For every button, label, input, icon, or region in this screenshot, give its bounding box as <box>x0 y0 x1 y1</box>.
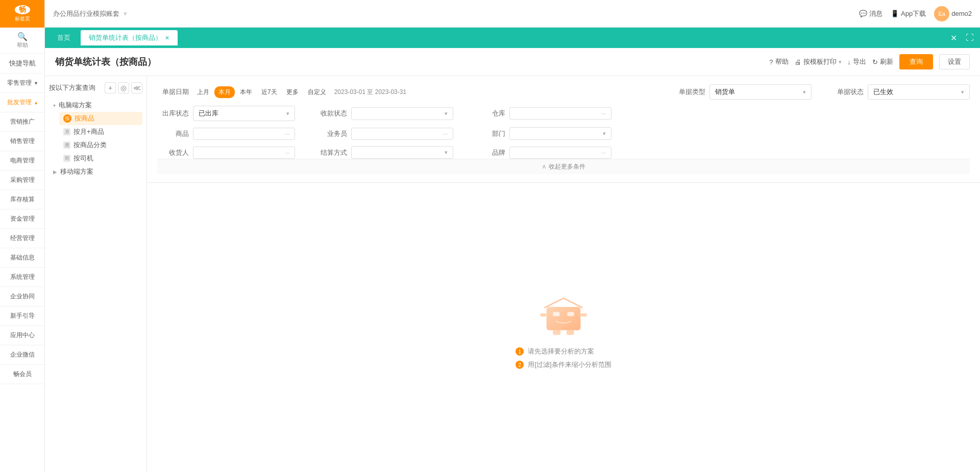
chevron-down-icon: ▾ <box>35 80 37 86</box>
tab-bar: 首页 销货单统计表（按商品） ✕ ✕ ⛶ <box>45 28 980 48</box>
user-profile-btn[interactable]: Ea demo2 <box>934 6 972 21</box>
bill-type-value: 销货单 <box>715 87 735 97</box>
tree-category-label: 按商品分类 <box>74 140 107 150</box>
page-title: 销货单统计表（按商品） <box>55 56 156 74</box>
help-btn[interactable]: ? 帮助 <box>769 57 788 66</box>
query-button[interactable]: 查询 <box>899 54 933 69</box>
tree-mobile-section[interactable]: ▶ 移动端方案 <box>49 165 142 178</box>
bill-status-select[interactable]: 已生效 ▾ <box>868 84 970 100</box>
refresh-icon: ↻ <box>872 58 878 66</box>
tab-close-all-btn[interactable]: ✕ <box>947 32 960 44</box>
sidebar-basic-label: 基础信息 <box>10 254 35 261</box>
date-tab-custom[interactable]: 自定义 <box>304 86 330 98</box>
sidebar-inventory[interactable]: 库存核算 <box>0 190 44 209</box>
sidebar-member-label: 畅会员 <box>13 370 32 377</box>
date-tab-this-month[interactable]: 本月 <box>214 86 235 98</box>
svg-rect-2 <box>568 312 574 316</box>
receiver-input[interactable]: ··· <box>193 147 295 159</box>
sidebar-wholesale[interactable]: 批发管理 ▴ <box>0 93 44 112</box>
brand-label: 品牌 <box>474 148 509 157</box>
tab-maximize-btn[interactable]: ⛶ <box>964 32 976 44</box>
add-scheme-btn[interactable]: + <box>105 82 116 93</box>
chevron-up-icon: ▴ <box>35 100 37 105</box>
tree-pc-label: 电脑端方案 <box>59 101 92 110</box>
left-panel-title: 按以下方案查询 <box>49 83 95 92</box>
settle-select[interactable]: ▾ <box>351 146 453 159</box>
sidebar-purchase-label: 采购管理 <box>10 176 35 183</box>
warehouse-input[interactable]: ··· <box>509 107 611 120</box>
sidebar-member[interactable]: 畅会员 <box>0 365 44 384</box>
tree-item-by-goods[interactable]: 按 按商品 <box>59 112 142 125</box>
collapse-bar[interactable]: ∧ 收起更多条件 <box>157 159 970 174</box>
bill-type-select[interactable]: 销货单 ▾ <box>709 84 812 100</box>
sidebar-purchase[interactable]: 采购管理 <box>0 171 44 190</box>
empty-tip-2: 2 用[过滤]条件来缩小分析范围 <box>516 360 611 369</box>
collapse-label: ∧ 收起更多条件 <box>542 163 585 170</box>
sidebar-system-label: 系统管理 <box>10 273 35 280</box>
brand-input[interactable]: ··· <box>509 147 611 159</box>
sidebar-basic[interactable]: 基础信息 <box>0 248 44 268</box>
print-template-btn[interactable]: 🖨 按模板打印 ▾ <box>795 57 842 66</box>
message-btn[interactable]: 💬 消息 <box>859 9 883 18</box>
date-label: 单据日期 <box>157 87 193 97</box>
tree-item-by-month-goods[interactable]: 月 按月+商品 <box>59 125 142 138</box>
sidebar-apps[interactable]: 应用中心 <box>0 326 44 345</box>
warehouse-label: 仓库 <box>474 109 509 118</box>
svg-rect-0 <box>547 307 581 331</box>
sidebar-operation[interactable]: 经营管理 <box>0 229 44 248</box>
goods-filter-row: 商品 ··· 业务员 ··· 部门 <box>157 127 970 140</box>
staff-input[interactable]: ··· <box>351 128 453 140</box>
edit-scheme-btn[interactable]: ◎ <box>118 82 129 93</box>
tree-item-by-driver[interactable]: 司 按司机 <box>59 152 142 165</box>
avatar-label: Ea <box>939 11 945 17</box>
top-header-left: 办公用品行业模拟账套 ▾ <box>53 9 127 18</box>
svg-rect-6 <box>567 330 574 335</box>
date-tab-this-year[interactable]: 本年 <box>236 86 256 98</box>
status-filter-row: 出库状态 已出库 ▾ 收款状态 ▾ 仓库 <box>157 106 970 121</box>
page-header: 销货单统计表（按商品） ? 帮助 🖨 按模板打印 ▾ ↓ 导出 ↻ 刷新 <box>45 48 980 76</box>
tab-home[interactable]: 首页 <box>49 30 79 45</box>
date-tab-7-days[interactable]: 近7天 <box>257 86 281 98</box>
app-download-btn[interactable]: 📱 App下载 <box>891 9 926 18</box>
sidebar-cooperation[interactable]: 企业协同 <box>0 287 44 306</box>
receiver-filter-row: 收货人 ··· 结算方式 ▾ 品牌 <box>157 146 970 159</box>
logo-text: 标签页 <box>15 15 30 22</box>
sidebar-quick-nav[interactable]: 快捷导航 <box>0 54 44 74</box>
industry-label: 办公用品行业模拟账套 <box>53 9 119 18</box>
settings-button[interactable]: 设置 <box>939 54 970 69</box>
sidebar-finance[interactable]: 资金管理 <box>0 209 44 229</box>
app-label: App下载 <box>901 9 926 18</box>
date-controls: 上月 本月 本年 近7天 更多 自定义 2023-03-01 至 2023-03… <box>193 86 653 98</box>
out-status-label: 出库状态 <box>157 109 193 118</box>
sidebar-system[interactable]: 系统管理 <box>0 268 44 287</box>
receipt-status-chevron-icon: ▾ <box>445 110 448 117</box>
panel-icons: + ◎ ≪ <box>105 82 142 93</box>
tree-item-by-category[interactable]: 类 按商品分类 <box>59 138 142 152</box>
receipt-status-select[interactable]: ▾ <box>351 107 453 120</box>
sidebar-wechat-label: 企业微信 <box>10 351 35 358</box>
sidebar-retail[interactable]: 零售管理 ▾ <box>0 74 44 93</box>
sidebar-marketing[interactable]: 营销推广 <box>0 112 44 132</box>
refresh-btn[interactable]: ↻ 刷新 <box>872 57 893 66</box>
sidebar-search-item[interactable]: 🔍 帮助 <box>0 28 44 54</box>
print-label: 按模板打印 <box>803 57 837 66</box>
goods-input[interactable]: ··· <box>193 128 295 140</box>
collapse-panel-btn[interactable]: ≪ <box>131 82 142 93</box>
tree-arrow-right-icon: ▶ <box>53 169 57 175</box>
date-tab-more[interactable]: 更多 <box>282 86 303 98</box>
tab-close-icon[interactable]: ✕ <box>165 35 169 41</box>
sidebar-wechat[interactable]: 企业微信 <box>0 345 44 365</box>
export-btn[interactable]: ↓ 导出 <box>848 57 867 66</box>
date-tab-last-month[interactable]: 上月 <box>193 86 213 98</box>
tab-sales-stat[interactable]: 销货单统计表（按商品） ✕ <box>81 30 178 45</box>
dept-select[interactable]: ▾ <box>509 127 611 140</box>
sidebar-ecommerce[interactable]: 电商管理 <box>0 151 44 171</box>
tip-num-1: 1 <box>516 347 524 356</box>
sidebar-sales[interactable]: 销售管理 <box>0 132 44 151</box>
tree-pc-section[interactable]: ▾ 电脑端方案 <box>49 99 142 112</box>
out-status-select[interactable]: 已出库 ▾ <box>193 106 295 121</box>
receiver-dots: ··· <box>285 150 289 156</box>
tip-num-2: 2 <box>516 361 524 369</box>
sidebar-guide[interactable]: 新手引导 <box>0 306 44 326</box>
export-icon: ↓ <box>848 58 851 66</box>
